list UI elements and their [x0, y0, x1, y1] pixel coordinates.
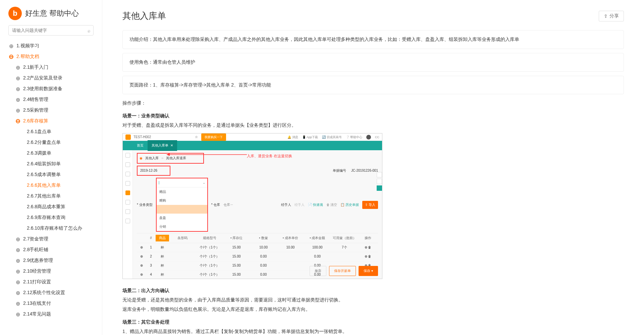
ss-tool-icon	[377, 172, 382, 177]
plus-icon: ⊕	[15, 247, 20, 253]
plus-icon: ⊕	[15, 301, 20, 306]
ss-option: 分销	[157, 222, 207, 231]
nav-2-6-5[interactable]: 2.6.5成本调整单	[8, 169, 94, 180]
minus-icon: ⊖	[8, 54, 14, 59]
ss-tab-home: 首页	[133, 141, 148, 150]
nav-2-6-1[interactable]: 2.6.1盘点单	[8, 126, 94, 137]
plus-icon: ⊕	[15, 236, 20, 242]
nav-help-docs[interactable]: ⊖2.帮助文档	[8, 51, 94, 62]
site-title: 好生意 帮助中心	[25, 8, 79, 18]
scene3-title: 场景三：其它业务处理	[122, 317, 624, 327]
nav-2-10[interactable]: ⊕2.10经营管理	[8, 266, 94, 277]
ss-body: ◉其他入库 ○其他入库退库 2019-12-26 单据编号 JC-2019122…	[133, 150, 382, 279]
ss-leftbar	[123, 150, 133, 279]
nav-2-5[interactable]: ⊕2.5采购管理	[8, 105, 94, 116]
nav-2-14[interactable]: ⊕2.14常见问题	[8, 309, 94, 320]
ss-doc-type-switch: ◉其他入库 ○其他入库退库	[137, 153, 204, 164]
plus-icon: ⊕	[15, 86, 20, 92]
ss-right-tools	[377, 172, 382, 191]
ss-option-highlighted	[157, 205, 207, 214]
nav-2-6-4[interactable]: 2.6.4组装拆卸单	[8, 159, 94, 169]
avatar-icon	[366, 135, 371, 139]
steps-label: 操作步骤：	[122, 98, 624, 108]
scene2-title: 场景二：出入方向确认	[122, 286, 624, 295]
scene2-text1: 无论是受赠，还是其他类型的业务，由于入库商品质量等原因，需要退回，这时可通过单据…	[122, 295, 624, 304]
logo-icon: b	[8, 7, 22, 20]
ss-save-button: 保存 ▾	[359, 266, 378, 276]
search-icon[interactable]: ⌕	[88, 28, 90, 33]
ss-left-icon	[125, 219, 130, 223]
info-intro: 功能介绍：其他入库单用来处理除采购入库、产成品入库之外的其他入库业务，因此其他入…	[122, 30, 624, 49]
nav-2-6-9[interactable]: 2.6.9库存账本查询	[8, 212, 94, 223]
nav-2-6-10[interactable]: 2.6.10库存账本错了怎么办	[8, 223, 94, 234]
ss-left-icon	[125, 200, 130, 205]
ss-buy-button: 我要购买一下	[201, 133, 226, 141]
ss-quick-links: 📄 快速填 🗑 清空 📋 历史单据 ⇧ 导入	[308, 201, 378, 209]
radio-on-icon: ◉	[140, 155, 143, 162]
close-icon: ✕	[170, 142, 173, 149]
nav-2-3[interactable]: ⊕2.3使用前数据准备	[8, 83, 94, 94]
ss-left-icon	[125, 181, 130, 186]
plus-icon: ⊕	[15, 269, 20, 274]
ss-date-row: 2019-12-26 单据编号 JC-20191226-001	[137, 166, 378, 176]
ss-annotation-1: 入库、退货业务 在这里切换	[247, 152, 292, 160]
path-label: 页面路径：	[129, 82, 153, 88]
path-text: 1、库存核算->库存管理->其他入库单 2、首页->常用功能	[153, 82, 271, 88]
article-content: 操作步骤： 场景一：业务类型确认 对于受赠、盘盈或是拆装入库等不同的业务，是通过…	[122, 98, 624, 335]
ss-biztype-select: |⌄ 赠品 赠购 盘盈 分销	[156, 178, 208, 232]
search-wrap: ⌕	[0, 25, 102, 41]
logo-row: b 好生意 帮助中心	[0, 7, 102, 25]
scene1-text: 对于受赠、盘盈或是拆装入库等不同的业务，是通过单据头【业务类型】进行区分。	[122, 120, 624, 130]
ss-topbar: TEST-H002 ☆ 我要购买一下 🔔 消息 📱 App下载 🔄 切成其商号 …	[123, 133, 382, 141]
share-button[interactable]: ⇪分享	[599, 11, 624, 21]
nav-2-6[interactable]: ⊖2.6库存核算	[8, 116, 94, 126]
plus-icon: ⊕	[15, 65, 20, 70]
search-input[interactable]	[8, 25, 94, 36]
nav-2-13[interactable]: ⊕2.13在线支付	[8, 298, 94, 309]
ss-form-row: * 业务类型 |⌄ 赠品 赠购 盘盈 分销 * 仓库仓库ㄧ 经手人经手人	[137, 178, 378, 232]
plus-icon: ⊕	[15, 290, 20, 295]
scene3-text: 1、赠品入库的商品直接转为销售。通过工具栏【复制-复制为销货单】功能，将单据信息…	[122, 327, 624, 335]
nav-video[interactable]: ⊕1.视频学习	[8, 41, 94, 51]
ss-top-right: 🔔 消息 📱 App下载 🔄 切成其商号 ❔ 帮助中心 CC	[287, 134, 379, 140]
minus-icon: ⊖	[15, 118, 20, 124]
ss-save-new-button: 保存开新单	[329, 266, 356, 276]
role-text: 通常由仓管人员维护	[153, 59, 195, 65]
intro-text: 其他入库单用来处理除采购入库、产成品入库之外的其他入库业务，因此其他入库单可处理…	[153, 37, 519, 42]
ss-tool-icon	[377, 185, 382, 191]
screenshot-image: TEST-H002 ☆ 我要购买一下 🔔 消息 📱 App下载 🔄 切成其商号 …	[122, 133, 382, 279]
nav-2-2[interactable]: ⊕2.2产品安装及登录	[8, 73, 94, 83]
nav-2-6-6[interactable]: 2.6.6其他入库单	[8, 180, 94, 191]
nav-2-7[interactable]: ⊕2.7资金管理	[8, 234, 94, 244]
info-role: 使用角色：通常由仓管人员维护	[122, 53, 624, 72]
nav-2-6-3[interactable]: 2.6.3调拨单	[8, 148, 94, 159]
info-path: 页面路径：1、库存核算->库存管理->其他入库单 2、首页->常用功能	[122, 76, 624, 95]
nav-2-1[interactable]: ⊕2.1新手入门	[8, 62, 94, 73]
ss-discard-button: 放弃	[310, 266, 326, 276]
nav-2-12[interactable]: ⊕2.12系统个性化设置	[8, 287, 94, 298]
ss-option: 赠品	[157, 187, 207, 196]
nav-2-6-2[interactable]: 2.6.2分量盘点单	[8, 137, 94, 148]
ss-tabrow: 首页 其他入库单✕	[123, 141, 382, 150]
top-row: 其他入库单 ⇪分享	[122, 10, 624, 22]
ss-option: 盘盈	[157, 214, 207, 222]
nav-2-11[interactable]: ⊕2.11打印设置	[8, 277, 94, 287]
ss-import-button: ⇧ 导入	[362, 201, 378, 209]
nav-2-6-7[interactable]: 2.6.7其他出库单	[8, 191, 94, 202]
role-label: 使用角色：	[129, 59, 153, 65]
ss-option: 赠购	[157, 196, 207, 205]
sidebar: b 好生意 帮助中心 ⌕ ⊕1.视频学习 ⊖2.帮助文档 ⊕2.1新手入门 ⊕2…	[0, 0, 102, 335]
main-content: 其他入库单 ⇪分享 功能介绍：其他入库单用来处理除采购入库、产成品入库之外的其他…	[102, 0, 644, 335]
page-title: 其他入库单	[122, 10, 166, 22]
ss-date-field: 2019-12-26	[137, 166, 170, 176]
plus-icon: ⊕	[15, 279, 20, 285]
nav-2-9[interactable]: ⊕2.9优惠券管理	[8, 255, 94, 266]
ss-tool-icon	[377, 179, 382, 184]
plus-icon: ⊕	[8, 43, 14, 49]
nav-2-6-8[interactable]: 2.6.8商品成本重算	[8, 202, 94, 212]
nav-2-4[interactable]: ⊕2.4销售管理	[8, 94, 94, 105]
nav-2-8[interactable]: ⊕2.8手机旺铺	[8, 244, 94, 255]
scene2-text2: 退库业务中，明细数量均以负值红色展示。无论是入库还是退库，库存账均记在入库方向。	[122, 304, 624, 314]
ss-left-icon-active	[125, 190, 130, 195]
share-icon: ⇪	[604, 13, 608, 19]
